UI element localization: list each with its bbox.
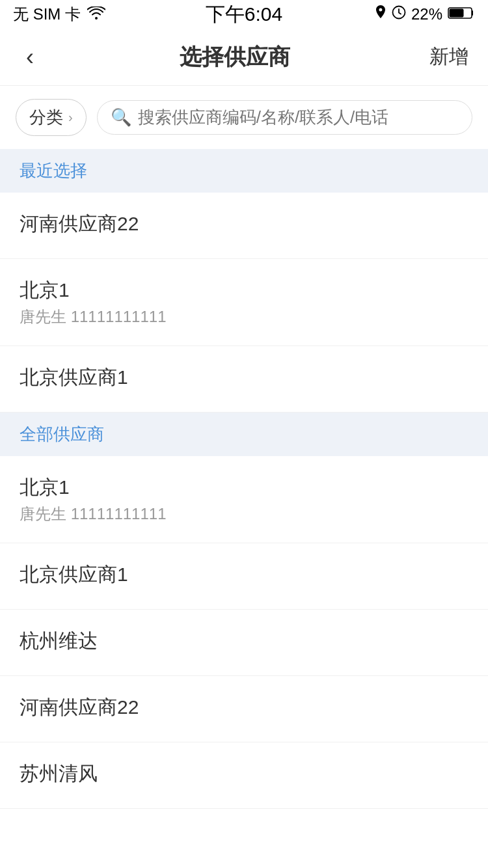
chevron-right-icon: › — [68, 110, 73, 125]
list-item[interactable]: 北京供应商1 — [0, 346, 488, 413]
search-box: 🔍 — [97, 100, 472, 135]
item-name: 河南供应商22 — [20, 211, 468, 237]
location-icon — [375, 5, 386, 23]
list-item[interactable]: 北京1唐先生 11111111111 — [0, 259, 488, 346]
list-item[interactable]: 杭州维达 — [0, 610, 488, 676]
add-button[interactable]: 新增 — [429, 44, 468, 70]
battery-icon — [448, 5, 475, 23]
recent-list: 河南供应商22北京1唐先生 11111111111北京供应商1 — [0, 193, 488, 413]
clock-icon — [392, 5, 406, 23]
item-name: 河南供应商22 — [20, 694, 468, 721]
page-title: 选择供应商 — [180, 42, 290, 72]
carrier-label: 无 SIM 卡 — [13, 4, 81, 25]
category-label: 分类 — [29, 106, 63, 129]
item-name: 杭州维达 — [20, 628, 468, 655]
item-name: 北京1 — [20, 474, 468, 501]
search-input[interactable] — [138, 107, 459, 128]
back-button[interactable]: ‹ — [20, 37, 40, 77]
item-name: 北京1 — [20, 277, 468, 304]
item-sub: 唐先生 11111111111 — [20, 504, 468, 524]
item-name: 北京供应商1 — [20, 364, 468, 391]
list-item[interactable]: 北京供应商1 — [0, 543, 488, 610]
wifi-icon — [87, 5, 105, 23]
nav-bar: ‹ 选择供应商 新增 — [0, 29, 488, 86]
filter-bar: 分类 › 🔍 — [0, 86, 488, 149]
item-sub: 唐先生 11111111111 — [20, 306, 468, 327]
all-section-header: 全部供应商 — [0, 413, 488, 456]
item-name: 北京供应商1 — [20, 562, 468, 588]
category-button[interactable]: 分类 › — [16, 99, 87, 136]
list-item[interactable]: 河南供应商22 — [0, 676, 488, 742]
battery-label: 22% — [411, 5, 442, 23]
list-item[interactable]: 苏州清风 — [0, 742, 488, 809]
recent-section-header: 最近选择 — [0, 149, 488, 193]
svg-rect-2 — [450, 9, 464, 18]
item-name: 苏州清风 — [20, 761, 468, 787]
list-item[interactable]: 河南供应商22 — [0, 193, 488, 259]
search-icon: 🔍 — [111, 107, 131, 128]
all-list: 北京1唐先生 11111111111北京供应商1杭州维达河南供应商22苏州清风 — [0, 456, 488, 809]
status-time: 下午6:04 — [206, 1, 282, 28]
status-bar: 无 SIM 卡 下午6:04 22% — [0, 0, 488, 29]
status-left: 无 SIM 卡 — [13, 4, 105, 25]
list-item[interactable]: 北京1唐先生 11111111111 — [0, 456, 488, 543]
status-right: 22% — [375, 5, 475, 23]
